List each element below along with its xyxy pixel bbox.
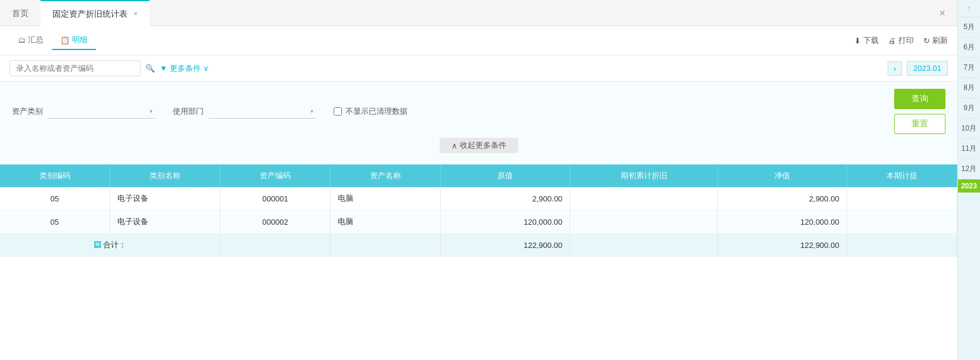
sidebar-month-item[interactable]: 8月 bbox=[962, 78, 976, 98]
reset-button[interactable]: 重置 bbox=[894, 114, 945, 134]
more-conditions-button[interactable]: ▼ 更多条件 ∨ bbox=[160, 63, 209, 74]
sidebar-month-item[interactable]: 12月 bbox=[962, 159, 976, 179]
sidebar-scroll-up[interactable]: ↑ bbox=[958, 0, 980, 17]
table-row: 05 电子设备 000001 电脑 2,900.00 2,900.00 bbox=[0, 187, 957, 210]
refresh-icon: ↻ bbox=[923, 36, 930, 45]
department-field: 使用部门 ▾ bbox=[173, 104, 316, 119]
adv-filter-row: 资产类别 ▾ 使用部门 ▾ 不显示已清理数 bbox=[12, 89, 945, 134]
print-icon: 🖨 bbox=[888, 36, 896, 45]
list-icon: 📋 bbox=[60, 36, 70, 45]
tab-close-icon[interactable]: × bbox=[133, 1, 138, 27]
tab-bar: 首页 固定资产折旧统计表 × × bbox=[0, 0, 957, 26]
total-accumulated bbox=[570, 234, 718, 257]
advanced-filter-panel: 资产类别 ▾ 使用部门 ▾ 不显示已清理数 bbox=[0, 82, 957, 165]
data-table: 类别编码 类别名称 资产编码 资产名称 原值 期初累计折旧 净值 本期计提 05… bbox=[0, 165, 957, 257]
sidebar-year-badge[interactable]: 2023 bbox=[958, 179, 980, 193]
asset-category-label: 资产类别 bbox=[12, 106, 43, 117]
cell-asset-name: 电脑 bbox=[331, 210, 441, 234]
hide-cleared-label: 不显示已清理数据 bbox=[346, 106, 407, 117]
department-select-wrap[interactable]: ▾ bbox=[209, 104, 316, 119]
asset-category-select[interactable] bbox=[48, 107, 155, 116]
filter-icon: ▼ bbox=[160, 64, 167, 73]
cell-asset-code: 000002 bbox=[220, 210, 330, 234]
right-sidebar: ↑ 5月6月7月8月9月10月11月12月 2023 bbox=[957, 0, 980, 360]
search-icon[interactable]: 🔍 bbox=[145, 64, 155, 73]
sidebar-month-item[interactable]: 6月 bbox=[962, 38, 976, 58]
total-net-value: 122,900.00 bbox=[717, 234, 847, 257]
cell-original-value: 2,900.00 bbox=[441, 187, 570, 210]
download-icon: ⬇ bbox=[854, 36, 861, 45]
tab-active[interactable]: 固定资产折旧统计表 × bbox=[41, 0, 150, 26]
table-total-row: 🖼 合计： 122,900.00 122,900.00 bbox=[0, 234, 957, 257]
query-button[interactable]: 查询 bbox=[894, 89, 945, 109]
filter-actions: 查询 重置 bbox=[894, 89, 945, 134]
department-select[interactable] bbox=[209, 107, 316, 116]
cell-accumulated-depreciation bbox=[570, 210, 718, 234]
total-asset-code bbox=[220, 234, 330, 257]
asset-category-select-wrap[interactable]: ▾ bbox=[48, 104, 155, 119]
select-arrow-dept-icon: ▾ bbox=[310, 108, 313, 114]
tab-detail-button[interactable]: 📋 明细 bbox=[52, 31, 96, 50]
tab-active-label: 固定资产折旧统计表 bbox=[52, 1, 127, 27]
date-badge[interactable]: 2023.01 bbox=[907, 61, 948, 76]
cell-category-name: 电子设备 bbox=[110, 210, 220, 234]
sidebar-month-item[interactable]: 10月 bbox=[962, 119, 976, 139]
cell-category-code: 05 bbox=[0, 210, 110, 234]
col-category-name: 类别名称 bbox=[110, 165, 220, 187]
chevron-down-icon: ∨ bbox=[203, 64, 209, 73]
cell-original-value: 120,000.00 bbox=[441, 210, 570, 234]
date-nav-right[interactable]: › bbox=[888, 61, 902, 76]
table-wrap: 类别编码 类别名称 资产编码 资产名称 原值 期初累计折旧 净值 本期计提 05… bbox=[0, 165, 957, 360]
hide-cleared-field: 不显示已清理数据 bbox=[334, 106, 407, 117]
collapse-icon: ∧ bbox=[452, 141, 458, 150]
hide-cleared-checkbox[interactable] bbox=[334, 107, 342, 116]
window-close-button[interactable]: × bbox=[927, 0, 957, 26]
cell-accumulated-depreciation bbox=[570, 187, 718, 210]
table-header-row: 类别编码 类别名称 资产编码 资产名称 原值 期初累计折旧 净值 本期计提 bbox=[0, 165, 957, 187]
search-input[interactable] bbox=[10, 60, 141, 76]
collapse-button[interactable]: ∧ 收起更多条件 bbox=[440, 138, 518, 153]
col-net-value: 净值 bbox=[717, 165, 847, 187]
department-label: 使用部门 bbox=[173, 106, 204, 117]
cell-asset-name: 电脑 bbox=[331, 187, 441, 210]
tab-summary-button[interactable]: 🗂 汇总 bbox=[10, 31, 52, 50]
table-row: 05 电子设备 000002 电脑 120,000.00 120,000.00 bbox=[0, 210, 957, 234]
collapse-bar: ∧ 收起更多条件 bbox=[12, 134, 945, 157]
sidebar-month-item[interactable]: 9月 bbox=[962, 98, 976, 119]
sidebar-month-item[interactable]: 7月 bbox=[962, 58, 976, 78]
col-period-depreciation: 本期计提 bbox=[847, 165, 957, 187]
cell-asset-code: 000001 bbox=[220, 187, 330, 210]
sidebar-month-item[interactable]: 11月 bbox=[962, 139, 976, 159]
refresh-button[interactable]: ↻ 刷新 bbox=[923, 35, 948, 46]
sidebar-month-item[interactable]: 5月 bbox=[962, 17, 976, 38]
select-arrow-icon: ▾ bbox=[150, 108, 153, 114]
cell-net-value: 2,900.00 bbox=[717, 187, 847, 210]
cell-category-name: 电子设备 bbox=[110, 187, 220, 210]
toolbar: 🗂 汇总 📋 明细 ⬇ 下载 🖨 打印 ↻ 刷新 bbox=[0, 26, 957, 55]
tab-home[interactable]: 首页 bbox=[0, 0, 41, 26]
cell-category-code: 05 bbox=[0, 187, 110, 210]
cell-net-value: 120,000.00 bbox=[717, 210, 847, 234]
asset-category-field: 资产类别 ▾ bbox=[12, 104, 155, 119]
col-category-code: 类别编码 bbox=[0, 165, 110, 187]
filter-bar: 🔍 ▼ 更多条件 ∨ › 2023.01 bbox=[0, 55, 957, 82]
col-asset-name: 资产名称 bbox=[331, 165, 441, 187]
print-button[interactable]: 🖨 打印 bbox=[888, 35, 914, 46]
total-period bbox=[847, 234, 957, 257]
toolbar-right: ⬇ 下载 🖨 打印 ↻ 刷新 bbox=[854, 35, 948, 46]
col-accumulated-depreciation: 期初累计折旧 bbox=[570, 165, 718, 187]
layers-icon: 🗂 bbox=[18, 36, 26, 45]
cell-period-depreciation bbox=[847, 187, 957, 210]
cell-period-depreciation bbox=[847, 210, 957, 234]
total-icon: 🖼 bbox=[94, 240, 101, 249]
total-asset-name bbox=[331, 234, 441, 257]
download-button[interactable]: ⬇ 下载 bbox=[854, 35, 879, 46]
col-original-value: 原值 bbox=[441, 165, 570, 187]
total-original-value: 122,900.00 bbox=[441, 234, 570, 257]
total-label: 🖼 合计： bbox=[0, 234, 220, 257]
col-asset-code: 资产编码 bbox=[220, 165, 330, 187]
